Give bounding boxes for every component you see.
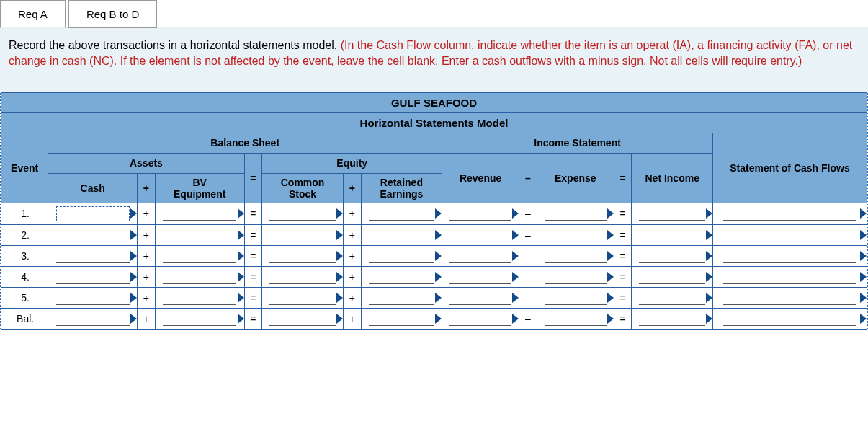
data-cell[interactable] (48, 203, 138, 224)
dropdown-icon[interactable] (512, 230, 519, 240)
data-cell[interactable] (712, 245, 867, 266)
dropdown-icon[interactable] (860, 230, 867, 240)
cell-input[interactable] (723, 291, 856, 305)
cell-input[interactable] (639, 228, 705, 242)
data-cell[interactable] (48, 287, 138, 308)
dropdown-icon[interactable] (860, 272, 867, 282)
data-cell[interactable] (442, 203, 519, 224)
data-cell[interactable] (442, 287, 519, 308)
cell-input[interactable] (369, 249, 435, 263)
cell-input[interactable] (545, 206, 607, 221)
cell-input[interactable] (163, 228, 236, 242)
dropdown-icon[interactable] (238, 314, 244, 324)
cell-input[interactable] (639, 206, 705, 221)
cell-input[interactable] (369, 270, 435, 284)
dropdown-icon[interactable] (435, 314, 442, 324)
dropdown-icon[interactable] (130, 251, 137, 261)
dropdown-icon[interactable] (238, 208, 244, 218)
dropdown-icon[interactable] (706, 251, 712, 261)
dropdown-icon[interactable] (512, 251, 519, 261)
dropdown-icon[interactable] (435, 272, 442, 282)
data-cell[interactable] (262, 287, 344, 308)
dropdown-icon[interactable] (336, 272, 343, 282)
data-cell[interactable] (155, 203, 244, 224)
cell-input[interactable] (639, 312, 705, 326)
data-cell[interactable] (442, 224, 519, 245)
cell-input[interactable] (269, 249, 336, 263)
cell-input[interactable] (639, 249, 705, 263)
data-cell[interactable] (155, 287, 244, 308)
cell-input[interactable] (56, 291, 130, 305)
cell-input[interactable] (449, 249, 511, 263)
cell-input[interactable] (269, 228, 336, 242)
cell-input[interactable] (449, 312, 511, 326)
cell-input[interactable] (723, 249, 856, 263)
data-cell[interactable] (361, 287, 442, 308)
cell-input[interactable] (369, 206, 435, 221)
data-cell[interactable] (361, 224, 442, 245)
dropdown-icon[interactable] (607, 314, 614, 324)
cell-input[interactable] (269, 270, 336, 284)
data-cell[interactable] (262, 266, 344, 287)
data-cell[interactable] (537, 224, 614, 245)
cell-input[interactable] (723, 312, 856, 326)
cell-input[interactable] (723, 206, 856, 221)
data-cell[interactable] (262, 203, 344, 224)
data-cell[interactable] (361, 308, 442, 329)
dropdown-icon[interactable] (860, 314, 867, 324)
tab-req-a[interactable]: Req A (0, 0, 66, 28)
data-cell[interactable] (48, 245, 138, 266)
cell-input[interactable] (56, 270, 130, 284)
cell-input[interactable] (369, 312, 435, 326)
cell-input[interactable] (545, 270, 607, 284)
cell-input[interactable] (269, 312, 336, 326)
data-cell[interactable] (442, 245, 519, 266)
data-cell[interactable] (361, 203, 442, 224)
cell-input[interactable] (545, 312, 607, 326)
data-cell[interactable] (155, 245, 244, 266)
tab-req-b-to-d[interactable]: Req B to D (68, 0, 157, 28)
data-cell[interactable] (712, 308, 867, 329)
dropdown-icon[interactable] (336, 251, 343, 261)
dropdown-icon[interactable] (706, 293, 712, 303)
dropdown-icon[interactable] (238, 230, 244, 240)
data-cell[interactable] (712, 203, 867, 224)
dropdown-icon[interactable] (512, 272, 519, 282)
data-cell[interactable] (632, 308, 713, 329)
dropdown-icon[interactable] (130, 314, 137, 324)
data-cell[interactable] (712, 287, 867, 308)
dropdown-icon[interactable] (706, 230, 712, 240)
cell-input[interactable] (545, 228, 607, 242)
dropdown-icon[interactable] (512, 293, 519, 303)
dropdown-icon[interactable] (435, 230, 442, 240)
dropdown-icon[interactable] (336, 208, 343, 218)
cell-input[interactable] (639, 270, 705, 284)
dropdown-icon[interactable] (860, 251, 867, 261)
data-cell[interactable] (442, 266, 519, 287)
dropdown-icon[interactable] (130, 293, 137, 303)
data-cell[interactable] (632, 287, 713, 308)
cell-input[interactable] (545, 291, 607, 305)
data-cell[interactable] (537, 245, 614, 266)
data-cell[interactable] (262, 308, 344, 329)
dropdown-icon[interactable] (706, 208, 712, 218)
cell-input[interactable] (369, 228, 435, 242)
cell-input[interactable] (163, 270, 236, 284)
data-cell[interactable] (632, 245, 713, 266)
dropdown-icon[interactable] (336, 293, 343, 303)
cell-input[interactable] (449, 206, 511, 221)
dropdown-icon[interactable] (607, 251, 614, 261)
data-cell[interactable] (155, 308, 244, 329)
dropdown-icon[interactable] (860, 293, 867, 303)
dropdown-icon[interactable] (607, 230, 614, 240)
dropdown-icon[interactable] (706, 314, 712, 324)
dropdown-icon[interactable] (706, 272, 712, 282)
cell-input[interactable] (449, 228, 511, 242)
dropdown-icon[interactable] (130, 272, 137, 282)
dropdown-icon[interactable] (860, 208, 867, 218)
dropdown-icon[interactable] (512, 208, 519, 218)
cell-input[interactable] (56, 312, 130, 326)
cell-input[interactable] (545, 249, 607, 263)
cell-input[interactable] (163, 249, 236, 263)
data-cell[interactable] (262, 245, 344, 266)
